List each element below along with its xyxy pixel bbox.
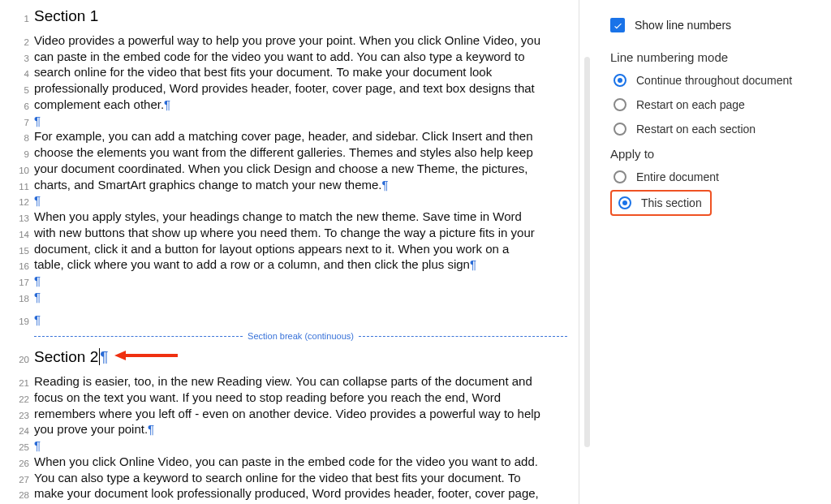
doc-line[interactable]: 13When you apply styles, your headings c… (11, 209, 567, 225)
radio-this-section[interactable]: This section (618, 196, 702, 209)
doc-line[interactable]: 16table, click where you want to add a r… (11, 257, 567, 273)
highlighted-option: This section (610, 190, 712, 216)
doc-line[interactable]: 17¶ (11, 274, 567, 289)
radio-restart-page[interactable]: Restart on each page (614, 98, 816, 111)
radio-icon (614, 98, 626, 111)
doc-line[interactable]: 20Section 2¶ (11, 347, 567, 367)
checkbox-checked-icon (610, 18, 625, 32)
show-line-numbers-label: Show line numbers (635, 19, 731, 32)
mode-group-title: Line numbering mode (610, 50, 816, 64)
doc-line[interactable]: 4search online for the video that best f… (11, 65, 567, 80)
radio-label: This section (641, 196, 702, 209)
body-text: you prove your point.¶ (34, 422, 154, 437)
line-number: 20 (11, 354, 29, 365)
line-number: 6 (11, 101, 29, 112)
line-number: 12 (11, 196, 29, 208)
doc-line[interactable]: 15document, click it and a button for la… (11, 242, 567, 257)
line-number: 14 (11, 229, 29, 240)
svg-marker-1 (114, 351, 126, 360)
doc-line[interactable]: 11charts, and SmartArt graphics change t… (11, 178, 567, 193)
body-text: make your document look professionally p… (34, 486, 539, 502)
doc-line[interactable]: 9choose the elements you want from the d… (11, 145, 567, 161)
radio-restart-section[interactable]: Restart on each section (614, 123, 816, 136)
doc-line[interactable]: 8For example, you can add a matching cov… (11, 129, 567, 144)
scrollbar-track[interactable] (584, 57, 590, 447)
radio-label: Entire document (636, 170, 719, 183)
body-text: For example, you can add a matching cove… (34, 129, 533, 144)
sidebar-pane: Show line numbers Line numbering mode Co… (579, 0, 831, 504)
body-text: You can also type a keyword to search on… (34, 471, 521, 486)
doc-line[interactable]: 2Video provides a powerful way to help y… (11, 33, 567, 49)
line-number: 24 (11, 425, 29, 437)
doc-line[interactable]: 10your document coordinated. When you cl… (11, 162, 567, 177)
body-text: ¶ (34, 290, 41, 305)
doc-line[interactable]: 1Section 1 (11, 6, 567, 26)
body-text: charts, and SmartArt graphics change to … (34, 178, 389, 193)
doc-line[interactable]: 7¶ (11, 114, 567, 129)
line-number: 9 (11, 149, 29, 160)
radio-label: Restart on each section (636, 123, 756, 136)
body-text: When you apply styles, your headings cha… (34, 209, 522, 225)
body-text: ¶ (34, 114, 41, 129)
doc-line[interactable]: 5professionally produced, Word provides … (11, 81, 567, 97)
document-pane[interactable]: 1Section 12Video provides a powerful way… (0, 0, 579, 504)
heading-text: Section 2¶ (34, 347, 108, 367)
line-number: 26 (11, 458, 29, 469)
doc-line[interactable]: 27You can also type a keyword to search … (11, 471, 567, 486)
line-number: 11 (11, 181, 29, 192)
line-number: 23 (11, 410, 29, 421)
doc-line[interactable]: 6complement each other.¶ (11, 97, 567, 113)
line-number: 10 (11, 165, 29, 176)
doc-line[interactable]: 24you prove your point.¶ (11, 422, 567, 437)
radio-entire-document[interactable]: Entire document (614, 170, 816, 183)
line-number: 13 (11, 213, 29, 224)
radio-icon (618, 196, 631, 209)
heading-text: Section 1 (34, 6, 98, 26)
line-number: 3 (11, 53, 29, 64)
doc-line[interactable]: 25¶ (11, 438, 567, 454)
line-number: 7 (11, 117, 29, 128)
line-number: 1 (11, 13, 29, 24)
doc-line[interactable]: 28make your document look professionally… (11, 486, 567, 502)
line-number: 5 (11, 84, 29, 96)
line-number: 17 (11, 277, 29, 288)
doc-line[interactable]: 12¶ (11, 193, 567, 209)
line-number: 15 (11, 245, 29, 256)
body-text: ¶ (34, 312, 41, 328)
doc-line[interactable]: 26When you click Online Video, you can p… (11, 454, 567, 470)
radio-label: Restart on each page (636, 98, 745, 111)
body-text: with new buttons that show up where you … (34, 226, 535, 241)
apply-group-title: Apply to (610, 147, 816, 161)
body-text: can paste in the embed code for the vide… (34, 50, 525, 65)
section-break-indicator: Section break (continuous) (34, 331, 567, 341)
doc-line[interactable]: 21Reading is easier, too, in the new Rea… (11, 374, 567, 390)
body-text: When you click Online Video, you can pas… (34, 454, 538, 470)
show-line-numbers-checkbox[interactable]: Show line numbers (610, 18, 816, 32)
body-text: search online for the video that best fi… (34, 65, 492, 80)
doc-line[interactable]: 23remembers where you left off - even on… (11, 407, 567, 422)
body-text: ¶ (34, 274, 41, 289)
line-number: 21 (11, 377, 29, 389)
line-number: 25 (11, 442, 29, 453)
radio-label: Continue throughout document (636, 74, 792, 87)
line-number: 27 (11, 474, 29, 485)
doc-line[interactable]: 19¶ (11, 312, 567, 328)
body-text: remembers where you left off - even on a… (34, 407, 540, 422)
radio-icon (614, 170, 626, 183)
body-text: document, click it and a button for layo… (34, 242, 509, 257)
line-number: 8 (11, 132, 29, 144)
line-number: 22 (11, 394, 29, 405)
arrow-annotation-icon (114, 349, 178, 366)
body-text: choose the elements you want from the di… (34, 145, 533, 161)
doc-line[interactable]: 18¶ (11, 290, 567, 305)
radio-continue[interactable]: Continue throughout document (614, 74, 816, 87)
line-number: 16 (11, 261, 29, 272)
body-text: table, click where you want to add a row… (34, 257, 476, 273)
line-number: 19 (11, 316, 29, 327)
doc-line[interactable]: 14with new buttons that show up where yo… (11, 226, 567, 241)
line-number: 4 (11, 68, 29, 80)
doc-line[interactable]: 3can paste in the embed code for the vid… (11, 50, 567, 65)
doc-line[interactable]: 22focus on the text you want. If you nee… (11, 390, 567, 406)
body-text: complement each other.¶ (34, 97, 170, 113)
body-text: professionally produced, Word provides h… (34, 81, 535, 97)
